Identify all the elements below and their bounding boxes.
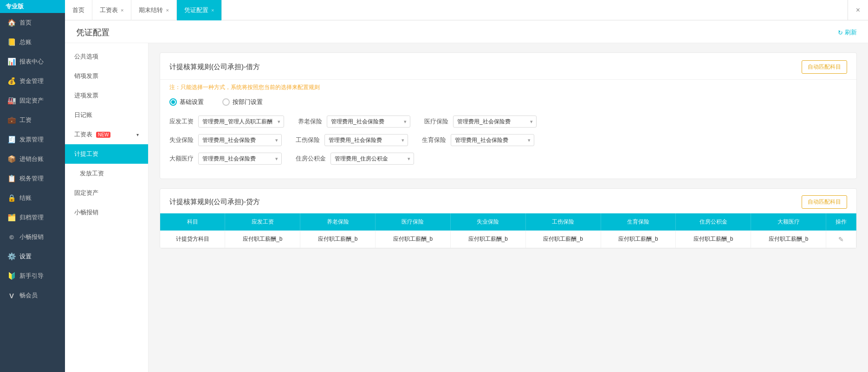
- form-item-injury: 工伤保险 管理费用_社会保险费: [296, 134, 408, 146]
- tab-period-close[interactable]: ×: [166, 7, 168, 13]
- tab-home[interactable]: 首页: [65, 0, 92, 20]
- td-unemployment: 应付职工薪酬_b: [450, 231, 525, 248]
- unemployment-select[interactable]: 管理费用_社会保险费: [198, 134, 282, 146]
- sidebar-item-label: 首页: [19, 19, 32, 27]
- refresh-icon: ↻: [838, 29, 843, 36]
- sidebar-item-settings[interactable]: ⚙️ 设置: [0, 247, 65, 266]
- radio-basic-label: 基础设置: [180, 98, 204, 106]
- tab-voucher-close[interactable]: ×: [211, 7, 214, 13]
- table-row: 计提贷方科目 应付职工薪酬_b 应付职工薪酬_b 应付职工薪酬_b 应付职工薪酬…: [160, 231, 856, 248]
- sidebar-item-inventory[interactable]: 📦 进销台账: [0, 149, 65, 169]
- debit-form-row-1: 应发工资 管理费用_管理人员职工薪酬 养老保险 管理费用: [169, 115, 847, 128]
- credit-table: 科目 应发工资 养老保险 医疗保险 失业保险 工伤保险 生育保险 住房公积金 大…: [160, 213, 856, 248]
- sidebar-item-closing[interactable]: 🔒 结账: [0, 188, 65, 208]
- left-nav-pay-salary[interactable]: 发放工资: [65, 164, 148, 183]
- tab-bar-close-button[interactable]: ×: [848, 0, 868, 20]
- debit-form-row-2: 失业保险 管理费用_社会保险费 工伤保险 管理费用_社会: [169, 134, 847, 146]
- debit-form-row-3: 大额医疗 管理费用_社会保险费 住房公积金 管理费用_住: [169, 153, 847, 165]
- funds-icon: 💰: [7, 77, 16, 85]
- radio-basic-circle: [169, 98, 177, 106]
- left-nav-purchase-invoice[interactable]: 进项发票: [65, 86, 148, 105]
- archive-icon: 🗂️: [7, 213, 16, 222]
- major-medical-select[interactable]: 管理费用_社会保险费: [198, 153, 282, 165]
- td-pension: 应付职工薪酬_b: [300, 231, 376, 248]
- table-header-row: 科目 应发工资 养老保险 医疗保险 失业保险 工伤保险 生育保险 住房公积金 大…: [160, 213, 856, 231]
- pension-select[interactable]: 管理费用_社会保险费: [327, 115, 410, 128]
- left-nav-salary-table[interactable]: 工资表 NEW ▾: [65, 125, 148, 144]
- inventory-icon: 📦: [7, 155, 16, 163]
- debit-section: 计提核算规则(公司承担)-借方 自动匹配科目 注：只能选择一种方式，系统将按照您…: [160, 52, 857, 179]
- injury-select-wrapper: 管理费用_社会保险费: [324, 134, 408, 146]
- major-medical-select-wrapper: 管理费用_社会保险费: [198, 153, 282, 165]
- sidebar-item-payroll[interactable]: 💼 工资: [0, 110, 65, 130]
- salary-label: 应发工资: [169, 117, 194, 126]
- left-nav-xiaochang[interactable]: 小畅报销: [65, 203, 148, 222]
- credit-auto-match-button[interactable]: 自动匹配科目: [802, 195, 847, 209]
- member-icon: V: [7, 291, 16, 300]
- medical-select-wrapper: 管理费用_社会保险费: [453, 115, 537, 128]
- sidebar-item-label: 工资: [19, 116, 32, 124]
- tab-salary-close[interactable]: ×: [121, 7, 123, 13]
- left-nav-fixed-assets[interactable]: 固定资产: [65, 183, 148, 203]
- th-major-medical: 大额医疗: [751, 213, 826, 231]
- credit-section-header: 计提核算规则(公司承担)-贷方 自动匹配科目: [160, 189, 856, 213]
- debit-auto-match-button[interactable]: 自动匹配科目: [802, 60, 847, 74]
- sidebar-item-home[interactable]: 🏠 首页: [0, 13, 65, 32]
- credit-section: 计提核算规则(公司承担)-贷方 自动匹配科目 科目 应发工资 养老保险 医疗保险…: [160, 188, 857, 249]
- debit-section-title: 计提核算规则(公司承担)-借方: [169, 63, 260, 71]
- th-subject: 科目: [160, 213, 225, 231]
- form-item-salary: 应发工资 管理费用_管理人员职工薪酬: [169, 115, 284, 128]
- td-subject: 计提贷方科目: [160, 231, 225, 248]
- tab-salary[interactable]: 工资表 ×: [92, 0, 131, 20]
- radio-basic-setting[interactable]: 基础设置: [169, 98, 204, 106]
- td-medical: 应付职工薪酬_b: [376, 231, 451, 248]
- left-nav-journal[interactable]: 日记账: [65, 105, 148, 125]
- th-pension: 养老保险: [300, 213, 376, 231]
- left-nav-accrual[interactable]: 计提工资: [65, 144, 148, 164]
- refresh-label: 刷新: [845, 28, 857, 37]
- td-salary: 应付职工薪酬_b: [225, 231, 300, 248]
- medical-select[interactable]: 管理费用_社会保险费: [453, 115, 537, 128]
- debit-section-header: 计提核算规则(公司承担)-借方 自动匹配科目: [160, 53, 856, 80]
- sidebar-item-label: 结账: [19, 194, 32, 202]
- td-housing: 应付职工薪酬_b: [676, 231, 751, 248]
- salary-select-wrapper: 管理费用_管理人员职工薪酬: [198, 115, 284, 128]
- tab-voucher[interactable]: 凭证配置 ×: [177, 0, 222, 20]
- sidebar-item-funds[interactable]: 💰 资金管理: [0, 71, 65, 91]
- form-item-pension: 养老保险 管理费用_社会保险费: [298, 115, 410, 128]
- sidebar-item-label: 畅会员: [19, 291, 38, 300]
- radio-dept-setting[interactable]: 按部门设置: [222, 98, 263, 106]
- new-badge: NEW: [96, 132, 110, 138]
- left-nav-public[interactable]: 公共选项: [65, 47, 148, 66]
- td-major-medical: 应付职工薪酬_b: [751, 231, 826, 248]
- salary-select[interactable]: 管理费用_管理人员职工薪酬: [198, 115, 284, 128]
- pension-label: 养老保险: [298, 117, 322, 126]
- app-header: 专业版: [0, 0, 65, 13]
- th-salary: 应发工资: [225, 213, 300, 231]
- sidebar-item-member[interactable]: V 畅会员: [0, 286, 65, 305]
- td-action[interactable]: ✎: [826, 231, 856, 248]
- sidebar-item-archive[interactable]: 🗂️ 归档管理: [0, 208, 65, 227]
- left-nav-sales-invoice[interactable]: 销项发票: [65, 66, 148, 86]
- edit-icon[interactable]: ✎: [838, 236, 844, 243]
- tab-period[interactable]: 期末结转 ×: [131, 0, 176, 20]
- sidebar-item-xiaochang-report[interactable]: © 小畅报销: [0, 227, 65, 247]
- sidebar-item-invoices[interactable]: 🧾 发票管理: [0, 130, 65, 149]
- maternity-label: 生育保险: [422, 136, 446, 144]
- sidebar-item-guide[interactable]: 🔰 新手引导: [0, 266, 65, 286]
- radio-group: 基础设置 按部门设置: [160, 93, 856, 114]
- injury-select[interactable]: 管理费用_社会保险费: [324, 134, 408, 146]
- sidebar-item-reports[interactable]: 📊 报表中心: [0, 52, 65, 71]
- td-maternity: 应付职工薪酬_b: [601, 231, 676, 248]
- sidebar-item-ledger[interactable]: 📒 总账: [0, 32, 65, 52]
- maternity-select[interactable]: 管理费用_社会保险费: [451, 134, 534, 146]
- sidebar-item-tax[interactable]: 📋 税务管理: [0, 169, 65, 188]
- ledger-icon: 📒: [7, 38, 16, 46]
- sidebar-item-assets[interactable]: 🏭 固定资产: [0, 91, 65, 110]
- form-item-major-medical: 大额医疗 管理费用_社会保险费: [169, 153, 282, 165]
- home-icon: 🏠: [7, 19, 16, 27]
- housing-select[interactable]: 管理费用_住房公积金: [330, 153, 414, 165]
- th-medical: 医疗保险: [376, 213, 451, 231]
- refresh-button[interactable]: ↻ 刷新: [838, 28, 857, 37]
- reports-icon: 📊: [7, 58, 16, 66]
